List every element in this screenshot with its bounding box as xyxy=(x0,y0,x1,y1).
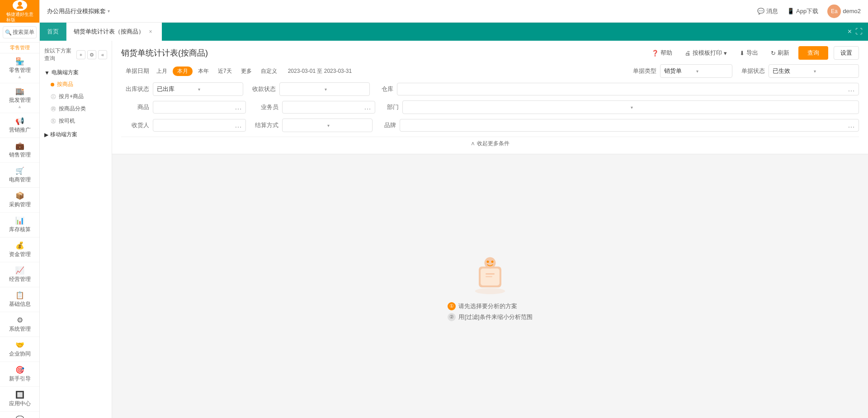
brand-field[interactable] xyxy=(404,122,846,129)
scheme-item-by-month-goods[interactable]: ㊂ 按月+商品 xyxy=(40,90,112,103)
mobile-scheme-header[interactable]: ▶ 移动端方案 xyxy=(40,129,112,140)
message-button[interactable]: 💬 消息 xyxy=(757,7,778,15)
sidebar-item-marketing[interactable]: 📢 营销推广 xyxy=(0,113,39,138)
sidebar-item-enterprise[interactable]: 🤝 企业协同 xyxy=(0,337,39,362)
sidebar-item-app-center[interactable]: 🔲 应用中心 xyxy=(0,387,39,412)
warehouse-input[interactable]: … xyxy=(397,83,859,95)
sidebar-item-label-enterprise: 企业协同 xyxy=(9,350,31,358)
svg-point-5 xyxy=(487,261,489,263)
goods-dots-icon[interactable]: … xyxy=(235,103,242,111)
doc-type-select[interactable]: 销货单 ▾ xyxy=(660,64,732,78)
dept-select-wrap: ▾ xyxy=(402,100,859,114)
payment-select-wrap: ▾ xyxy=(282,119,373,132)
search-menu-button[interactable]: 🔍 帮助 搜索菜单 xyxy=(3,26,37,38)
scheme-collapse-button[interactable]: « xyxy=(98,50,107,59)
refresh-button[interactable]: ↻ 刷新 xyxy=(767,47,793,59)
doc-status-select[interactable]: 已生效 ▾ xyxy=(769,64,859,78)
quick-nav-label: 零售管理 xyxy=(0,43,39,53)
sidebar-item-ecommerce[interactable]: 🛒 电商管理 xyxy=(0,163,39,188)
doc-type-select-wrap: 销货单 ▾ xyxy=(660,64,732,78)
sidebar-item-label-ecommerce: 电商管理 xyxy=(9,176,31,184)
app-download-button[interactable]: 📱 App下载 xyxy=(787,7,818,15)
brand-input[interactable]: … xyxy=(400,119,859,132)
query-button[interactable]: 查询 xyxy=(798,46,828,60)
sidebar-item-operations[interactable]: 📈 经营管理 xyxy=(0,262,39,287)
recipient-field[interactable] xyxy=(157,122,233,129)
sidebar-item-basic-info[interactable]: 📋 基础信息 xyxy=(0,287,39,312)
salesperson-dots-icon[interactable]: … xyxy=(364,103,371,111)
tab-home[interactable]: 首页 xyxy=(40,23,66,41)
pc-scheme-group: ▼ 电脑端方案 按商品 ㊂ 按月+商品 ㊃ 按商品分类 ㊄ 按司机 xyxy=(40,67,112,127)
help-icon: ❓ xyxy=(651,50,659,57)
empty-tips: ① 请先选择要分析的方案 ② 用[过滤]条件来缩小分析范围 xyxy=(448,302,532,321)
sidebar-item-retail[interactable]: 🏪 零售管理 ▲ xyxy=(0,53,39,83)
warehouse-dots-icon[interactable]: … xyxy=(848,85,855,93)
export-button[interactable]: ⬇ 导出 xyxy=(736,47,762,59)
payment-arrow-icon: ▾ xyxy=(327,123,368,128)
date-tab-this-year[interactable]: 本年 xyxy=(194,66,212,76)
tab-close-icon[interactable]: × xyxy=(147,28,154,35)
scheme-item-by-goods[interactable]: 按商品 xyxy=(40,78,112,90)
salesperson-input[interactable]: … xyxy=(282,101,375,114)
pc-scheme-header[interactable]: ▼ 电脑端方案 xyxy=(40,67,112,78)
active-tab-label: 销货单统计计表（按商品） xyxy=(74,28,144,36)
recipient-input[interactable]: … xyxy=(153,119,246,132)
date-tab-7days[interactable]: 近7天 xyxy=(214,66,236,76)
scheme-add-button[interactable]: + xyxy=(76,50,85,59)
basic-info-icon: 📋 xyxy=(15,291,24,299)
tab-active[interactable]: 销货单统计计表（按商品） × xyxy=(66,23,162,41)
sidebar-item-purchase[interactable]: 📦 采购管理 xyxy=(0,188,39,213)
home-label: 首页 xyxy=(47,28,59,36)
window-minimize-icon[interactable]: × xyxy=(848,28,852,36)
user-menu[interactable]: Ea demo2 xyxy=(827,5,861,18)
system-icon: ⚙ xyxy=(17,316,23,324)
salesperson-field[interactable] xyxy=(286,104,362,111)
search-label: 搜索菜单 xyxy=(13,28,34,36)
sidebar-item-sales[interactable]: 💼 销售管理 xyxy=(0,138,39,163)
payment-select[interactable]: ▾ xyxy=(282,119,373,132)
date-tab-this-month[interactable]: 本月 xyxy=(173,66,193,76)
goods-input-wrap: … xyxy=(153,101,246,114)
sidebar-item-finance[interactable]: 💰 资金管理 xyxy=(0,238,39,262)
settings-button[interactable]: 设置 xyxy=(834,46,859,60)
user-name: demo2 xyxy=(843,8,861,14)
date-tab-last-month[interactable]: 上月 xyxy=(153,66,171,76)
print-button[interactable]: 🖨 按模板打印 ▾ xyxy=(681,47,731,59)
dept-select[interactable]: ▾ xyxy=(402,100,859,114)
scheme-settings-button[interactable]: ⚙ xyxy=(87,50,96,59)
print-dropdown-icon[interactable]: ▾ xyxy=(724,50,727,57)
tip-2-num: ② xyxy=(448,313,456,321)
empty-state-icon xyxy=(467,252,513,297)
warehouse-field[interactable] xyxy=(401,86,846,93)
sidebar-item-system[interactable]: ⚙ 系统管理 xyxy=(0,312,39,337)
sidebar-item-wholesale[interactable]: 🏬 批发管理 ▲ xyxy=(0,83,39,113)
collapse-bar[interactable]: ∧ 收起更多条件 xyxy=(121,137,859,150)
message-label: 消息 xyxy=(766,7,778,15)
goods-field[interactable] xyxy=(157,104,233,111)
brand-dots-icon[interactable]: … xyxy=(848,121,855,129)
sidebar-item-wechat[interactable]: 💬 企业微信 xyxy=(0,412,39,418)
date-tabs: 上月 本月 本年 近7天 更多 自定义 xyxy=(153,66,281,76)
recipient-dots-icon[interactable]: … xyxy=(235,121,242,129)
date-tab-custom[interactable]: 自定义 xyxy=(257,66,281,76)
top-bar: 办公用品行业模拟账套 ▾ 💬 消息 📱 App下载 Ea demo2 xyxy=(40,0,868,23)
app-center-icon: 🔲 xyxy=(15,390,24,399)
help-button[interactable]: ❓ 帮助 xyxy=(648,47,676,59)
scheme-item-by-driver[interactable]: ㊄ 按司机 xyxy=(40,115,112,127)
app-title: 办公用品行业模拟账套 ▾ xyxy=(47,7,110,15)
wechat-icon: 💬 xyxy=(15,415,24,418)
mobile-scheme-group: ▶ 移动端方案 xyxy=(40,129,112,140)
title-dropdown-icon[interactable]: ▾ xyxy=(108,9,110,14)
scheme-item-by-category[interactable]: ㊃ 按商品分类 xyxy=(40,103,112,115)
window-maximize-icon[interactable]: ⛶ xyxy=(855,28,863,36)
goods-input[interactable]: … xyxy=(153,101,246,114)
wholesale-arrow-icon: ▲ xyxy=(18,104,22,109)
collect-status-select[interactable]: ▾ xyxy=(279,82,370,96)
date-tab-more[interactable]: 更多 xyxy=(237,66,255,76)
enterprise-icon: 🤝 xyxy=(15,341,24,349)
sidebar-item-inventory[interactable]: 📊 库存核算 xyxy=(0,213,39,238)
sidebar-item-guide[interactable]: 🎯 新手引导 xyxy=(0,362,39,387)
out-status-value: 已出库 xyxy=(157,85,198,93)
out-status-select[interactable]: 已出库 ▾ xyxy=(153,82,243,96)
logo-icon xyxy=(13,0,27,11)
